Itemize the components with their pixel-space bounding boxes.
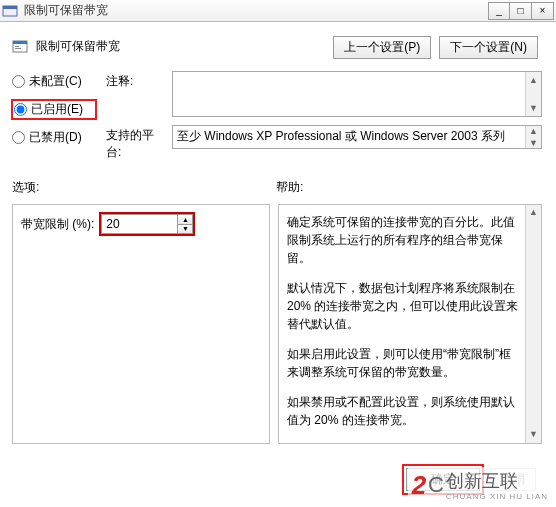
policy-icon bbox=[12, 39, 30, 55]
help-pane: 确定系统可保留的连接带宽的百分比。此值限制系统上运行的所有程序的组合带宽保留。 … bbox=[278, 204, 542, 444]
scroll-down-icon[interactable]: ▼ bbox=[526, 427, 541, 443]
help-paragraph: 重要信息: 如果在注册表中为特定网络适配器设置带宽限制，配置该网络适配器时就会忽… bbox=[287, 441, 519, 444]
minimize-button[interactable]: _ bbox=[488, 2, 510, 20]
radio-enabled-label: 已启用(E) bbox=[31, 101, 83, 118]
radio-enabled[interactable]: 已启用(E) bbox=[12, 100, 96, 119]
platform-text: 至少 Windows XP Professional 或 Windows Ser… bbox=[177, 129, 505, 145]
help-heading: 帮助: bbox=[276, 179, 542, 196]
svg-rect-5 bbox=[15, 48, 21, 49]
svg-rect-4 bbox=[15, 46, 19, 47]
scroll-down-icon[interactable]: ▼ bbox=[526, 100, 541, 116]
scroll-up-icon[interactable]: ▲ bbox=[526, 126, 541, 138]
options-heading: 选项: bbox=[12, 179, 276, 196]
bandwidth-label: 带宽限制 (%): bbox=[21, 216, 94, 233]
svg-rect-1 bbox=[3, 6, 17, 9]
comment-label: 注释: bbox=[106, 71, 166, 90]
platform-textbox: 至少 Windows XP Professional 或 Windows Ser… bbox=[172, 125, 542, 149]
prev-setting-button[interactable]: 上一个设置(P) bbox=[333, 36, 431, 59]
scroll-up-icon[interactable]: ▲ bbox=[526, 72, 541, 88]
platform-label: 支持的平台: bbox=[106, 125, 166, 161]
options-pane: 带宽限制 (%): ▲ ▼ bbox=[12, 204, 270, 444]
svg-rect-3 bbox=[13, 41, 27, 44]
comment-textarea[interactable]: ▲ ▼ bbox=[172, 71, 542, 117]
help-scrollbar[interactable]: ▲ ▼ bbox=[525, 205, 541, 443]
titlebar: 限制可保留带宽 _ □ × bbox=[0, 0, 556, 22]
radio-not-configured-input[interactable] bbox=[12, 75, 25, 88]
close-button[interactable]: × bbox=[532, 2, 554, 20]
help-paragraph: 如果启用此设置，则可以使用“带宽限制”框来调整系统可保留的带宽数量。 bbox=[287, 345, 519, 381]
scroll-up-icon[interactable]: ▲ bbox=[526, 205, 541, 221]
bandwidth-input[interactable] bbox=[101, 214, 177, 234]
window-title: 限制可保留带宽 bbox=[24, 2, 488, 19]
maximize-button[interactable]: □ bbox=[510, 2, 532, 20]
spin-up-button[interactable]: ▲ bbox=[178, 215, 192, 224]
help-paragraph: 默认情况下，数据包计划程序将系统限制在 20% 的连接带宽之内，但可以使用此设置… bbox=[287, 279, 519, 333]
comment-scrollbar[interactable]: ▲ ▼ bbox=[525, 72, 541, 116]
help-paragraph: 确定系统可保留的连接带宽的百分比。此值限制系统上运行的所有程序的组合带宽保留。 bbox=[287, 213, 519, 267]
next-setting-button[interactable]: 下一个设置(N) bbox=[439, 36, 538, 59]
radio-disabled-label: 已禁用(D) bbox=[29, 129, 82, 146]
help-paragraph: 如果禁用或不配置此设置，则系统使用默认值为 20% 的连接带宽。 bbox=[287, 393, 519, 429]
scroll-down-icon[interactable]: ▼ bbox=[526, 138, 541, 150]
window-icon bbox=[2, 3, 18, 19]
header-label: 限制可保留带宽 bbox=[36, 38, 120, 55]
spin-down-button[interactable]: ▼ bbox=[178, 224, 192, 234]
radio-not-configured[interactable]: 未配置(C) bbox=[12, 73, 96, 90]
radio-disabled-input[interactable] bbox=[12, 131, 25, 144]
radio-enabled-input[interactable] bbox=[14, 103, 27, 116]
ok-button[interactable]: 确定 bbox=[406, 468, 480, 491]
platform-scrollbar[interactable]: ▲ ▼ bbox=[525, 126, 541, 148]
radio-not-configured-label: 未配置(C) bbox=[29, 73, 82, 90]
radio-disabled[interactable]: 已禁用(D) bbox=[12, 129, 96, 146]
cancel-button[interactable]: 取消 bbox=[490, 468, 536, 491]
